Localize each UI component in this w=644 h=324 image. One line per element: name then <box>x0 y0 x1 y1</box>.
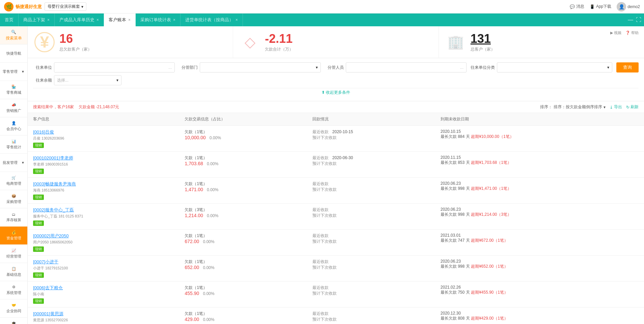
from-unit-input[interactable]: ... <box>54 62 175 72</box>
sidebar-item-operation[interactable]: 📈 经营管理 <box>0 245 27 263</box>
gear-icon: ⚙ <box>12 285 16 289</box>
chevron-down-icon2: ▼ <box>21 161 25 165</box>
overdue-amount[interactable]: 超期¥429.00（1笔） <box>471 316 508 321</box>
video-link[interactable]: ▶ 视频 <box>610 30 621 35</box>
overdue-amount[interactable]: 超期¥1,214.00（3笔） <box>471 212 511 217</box>
sidebar-item-corp-label: 企业协同 <box>6 308 21 314</box>
debt-amount[interactable]: 672.00 <box>185 239 199 244</box>
next-collection-label: 预计下次收款 <box>312 291 430 296</box>
overdue-amount[interactable]: 超期¥652.00（1笔） <box>471 264 508 269</box>
tab-stock-close[interactable]: × <box>235 18 238 22</box>
sidebar-item-newbie[interactable]: 🎓 新手引导 <box>0 318 27 324</box>
sidebar-item-retail-stat[interactable]: 📊 零售统计 <box>0 136 27 154</box>
customer-name-link[interactable]: [000002]用户2050 <box>33 233 69 238</box>
debt-amount[interactable]: 455.90 <box>185 291 199 296</box>
yuan-icon: ¥ <box>34 32 55 52</box>
chevron-down-icon4: ▾ <box>607 65 609 70</box>
dept-select[interactable]: ▾ <box>200 62 320 72</box>
customer-name-link[interactable]: [0002]服务中心_丁磊 <box>33 207 74 212</box>
sidebar-item-inventory[interactable]: 🗂 库存核算 <box>0 208 27 227</box>
tab-minimize-btn[interactable]: — <box>628 17 633 23</box>
cell-collection-3: 最近收款 预计下次收款 <box>307 204 435 230</box>
customer-name-link[interactable]: [0001020001]李老师 <box>33 155 73 160</box>
overdue-days: 最长欠款 853 天 <box>441 160 471 165</box>
sidebar-item-basic[interactable]: 📋 基础信息 <box>0 263 27 281</box>
debt-amount[interactable]: 1,471.00 <box>185 187 203 192</box>
overdue-days: 最长欠款 998 天 <box>441 212 471 217</box>
sidebar-item-system[interactable]: ⚙ 系统管理 <box>0 281 27 299</box>
customer-name-link[interactable]: [0016]吕俊 <box>33 129 54 135</box>
search-icon: 🔍 <box>11 30 16 34</box>
user-avatar-btn[interactable]: 👤 demo2 <box>617 2 640 11</box>
export-btn[interactable]: ⤓ 导出 <box>610 104 622 110</box>
sidebar-item-ecommerce[interactable]: 🛒 电商管理 <box>0 172 27 190</box>
tab-history[interactable]: 产成品入库单历史 × <box>55 13 104 26</box>
customer-name-link[interactable]: [0003]畅捷服务尹海燕 <box>33 181 76 186</box>
table-row: [0016]吕俊 吕俊 13026203696 现销 欠款（1笔） 10,000… <box>28 126 644 152</box>
overdue-days: 最长欠款 884 天 <box>441 134 471 139</box>
balance-select[interactable]: 选择... ▾ <box>54 75 121 85</box>
customer-tag: 现销 <box>33 143 44 148</box>
customer-name-link[interactable]: [000001]黄思源 <box>33 311 63 316</box>
cell-debt-1: 欠款（1笔） 1,703.68 0.00% <box>179 152 307 178</box>
query-button[interactable]: 查询 <box>616 62 639 72</box>
unit-category-select[interactable]: ▾ <box>497 62 612 72</box>
sidebar-item-retail-mgmt[interactable]: 零售管理 ▼ <box>0 63 27 81</box>
due-date: 2020.12.30 <box>441 311 639 316</box>
overdue-row: 最长欠款 998 天 超期¥652.00（1笔） <box>441 264 639 269</box>
sidebar-item-marketing[interactable]: 📣 营销推广 <box>0 99 27 117</box>
collection-row: 最近收款 <box>312 233 430 239</box>
user-name: demo2 <box>627 4 640 9</box>
help-link[interactable]: ❓ 帮助 <box>625 30 639 35</box>
sidebar-item-batch-mgmt[interactable]: 批发管理 ▼ <box>0 154 27 172</box>
tab-history-close[interactable]: × <box>96 18 99 22</box>
overdue-amount[interactable]: 超期¥672.00（1笔） <box>471 238 508 243</box>
customer-name-link[interactable]: [0007]小进干 <box>33 259 58 264</box>
sidebar-quick-nav[interactable]: 快捷导航 <box>0 45 27 63</box>
sidebar-search-label: 搜索菜单 <box>6 35 22 41</box>
manager-input[interactable]: ... <box>346 62 467 72</box>
collapse-bar[interactable]: ⬆ 收起更多条件 <box>33 88 639 97</box>
due-date: 2021.02.26 <box>441 285 639 290</box>
debt-amount[interactable]: 10,000.00 <box>185 135 205 140</box>
overdue-amount[interactable]: 超期¥10,000.00（1笔） <box>471 134 514 139</box>
debt-amount[interactable]: 1,703.68 <box>185 161 203 166</box>
table-row: [0007]小进干 小进干 18279152100 现销 欠款（1笔） 652.… <box>28 256 644 282</box>
sidebar-item-finance[interactable]: 💰 资金管理 <box>0 227 27 245</box>
message-label: 消息 <box>576 4 584 9</box>
refresh-btn[interactable]: ↻ 刷新 <box>626 104 639 110</box>
debt-percent: 0.00% <box>203 317 215 322</box>
sidebar-item-retail-mgmt-label: 零售管理 <box>3 69 18 74</box>
sidebar-item-retail-mall[interactable]: 🏪 零售商城 <box>0 81 27 99</box>
cell-customer-5: [0007]小进干 小进干 18279152100 现销 <box>28 256 179 282</box>
debt-amount[interactable]: 1,214.00 <box>185 213 203 218</box>
sidebar-item-member[interactable]: 👤 会员中心 <box>0 117 27 136</box>
overdue-amount[interactable]: 超期¥455.90（1笔） <box>471 290 508 295</box>
tab-goods[interactable]: 商品上下架 × <box>19 13 55 26</box>
debt-amount[interactable]: 429.00 <box>185 317 199 322</box>
customer-tag: 现销 <box>33 169 44 174</box>
tab-maximize-btn[interactable]: ⛶ <box>636 17 641 23</box>
sidebar-item-purchase[interactable]: 📦 采购管理 <box>0 190 27 208</box>
tab-home[interactable]: 首页 <box>0 13 19 26</box>
app-download-btn[interactable]: 📱 App下载 <box>590 4 611 9</box>
cell-collection-4: 最近收款 预计下次收款 <box>307 230 435 256</box>
tab-stock[interactable]: 进货单统计表（按商品） × <box>180 13 243 26</box>
sidebar-item-corp[interactable]: 🤝 企业协同 <box>0 299 27 318</box>
overdue-amount[interactable]: 超期¥1,471.00（1笔） <box>471 186 511 191</box>
stat-debt-amount: ◇ -2.11 欠款合计（万） <box>233 26 439 58</box>
store-selector[interactable]: 母婴行业演示账套 ▾ <box>45 2 86 11</box>
tab-account-close[interactable]: × <box>128 18 131 22</box>
tab-purchase-label: 采购订单统计表 <box>140 17 171 23</box>
chevron-down-icon: ▼ <box>21 70 25 73</box>
sidebar-search[interactable]: 🔍 搜索菜单 <box>0 26 27 45</box>
debt-amount[interactable]: 652.00 <box>185 265 199 270</box>
tab-purchase-close[interactable]: × <box>173 18 175 22</box>
message-btn[interactable]: 💬 消息 <box>570 4 584 9</box>
tab-purchase[interactable]: 采购订单统计表 × <box>136 13 180 26</box>
tab-goods-close[interactable]: × <box>47 18 50 22</box>
customer-name-link[interactable]: [0006]去下粮仓 <box>33 285 63 290</box>
overdue-amount[interactable]: 超期¥1,703.68（1笔） <box>471 160 511 165</box>
tab-account[interactable]: 客户账本 × <box>104 13 136 26</box>
sort-selector[interactable]: 排序： 排序：按欠款金额倒序排序 ▾ <box>540 104 606 110</box>
